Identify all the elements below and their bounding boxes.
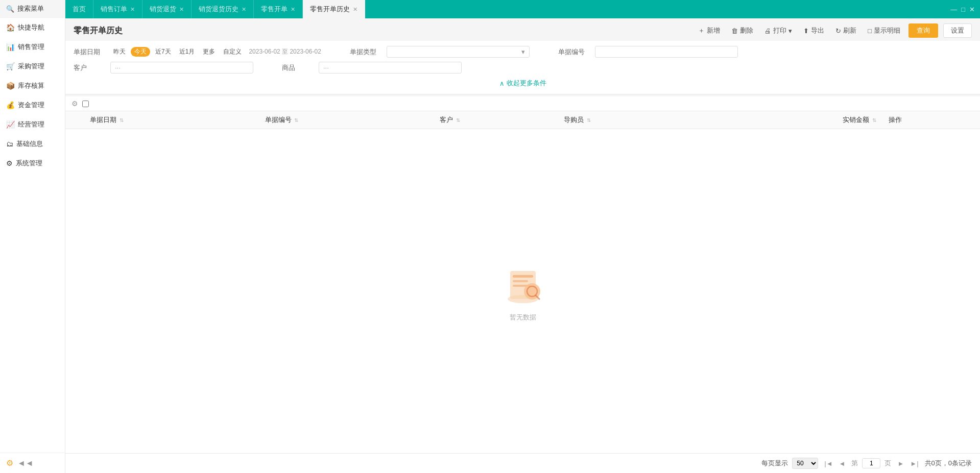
close-button[interactable]: ✕ [969, 6, 975, 13]
next-page-btn[interactable]: ► [895, 459, 906, 468]
tab-sales-return-label: 销货退货 [150, 5, 176, 14]
date-btn-1month[interactable]: 近1月 [176, 46, 198, 57]
display-detail-button[interactable]: □ 显示明细 [865, 24, 903, 37]
collapse-filter-btn[interactable]: ∧ 收起更多条件 [74, 78, 972, 89]
main-area: 首页 销售订单 ✕ 销货退货 ✕ 销货退货历史 ✕ 零售开单 ✕ 零售开单历史 … [65, 0, 980, 473]
sort-icon: ⇅ [456, 117, 460, 123]
col-order-no-label: 单据编号 [265, 116, 292, 123]
export-label: 导出 [811, 26, 824, 35]
collapse-label: 收起更多条件 [507, 79, 546, 88]
maximize-button[interactable]: □ [961, 6, 965, 13]
col-action: 操作 [882, 111, 980, 129]
filter-row-2: 客户 ··· 商品 ··· [74, 62, 972, 73]
sidebar-item-label: 库存核算 [18, 81, 44, 90]
tab-close-icon[interactable]: ✕ [242, 6, 246, 13]
toolbar: ＋ 新增 🗑 删除 🖨 打印 ▾ ⬆ 导出 ↻ 刷新 [695, 23, 972, 38]
date-btn-custom[interactable]: 自定义 [220, 46, 245, 57]
sidebar-item-sys-mgmt[interactable]: ⚙ 系统管理 [0, 154, 65, 173]
print-button[interactable]: 🖨 打印 ▾ [761, 24, 795, 37]
sidebar-item-label: 资金管理 [18, 101, 44, 110]
collapse-sidebar-icon[interactable]: ◄◄ [17, 459, 34, 468]
tab-home[interactable]: 首页 [65, 0, 93, 18]
page-header: 零售开单历史 ＋ 新增 🗑 删除 🖨 打印 ▾ ⬆ 导出 [65, 18, 980, 41]
sidebar-item-purchase-mgmt[interactable]: 🛒 采购管理 [0, 57, 65, 76]
per-page-select[interactable]: 50 20 100 [792, 458, 818, 469]
sidebar-bottom: ⚙ ◄◄ [0, 453, 65, 473]
tab-close-icon[interactable]: ✕ [130, 6, 135, 13]
data-table: 单据日期 ⇅ 单据编号 ⇅ 客户 ⇅ 导购员 ⇅ [65, 111, 980, 129]
col-guide-label: 导购员 [564, 116, 584, 123]
settings-gear-icon[interactable]: ⚙ [6, 458, 13, 468]
col-order-no[interactable]: 单据编号 ⇅ [259, 111, 434, 129]
goods-placeholder: ··· [323, 64, 329, 71]
setting-button[interactable]: 设置 [943, 23, 972, 38]
add-icon: ＋ [698, 26, 705, 35]
page-nav: |◄ ◄ 第 1 页 ► ►| [822, 458, 920, 469]
order-no-input[interactable] [595, 46, 738, 58]
sidebar-item-operations[interactable]: 📈 经营管理 [0, 115, 65, 134]
tab-home-label: 首页 [73, 5, 86, 14]
tab-sales-return[interactable]: 销货退货 ✕ [142, 0, 192, 18]
sidebar-search-label: 搜索菜单 [17, 4, 44, 13]
customer-filter-label: 客户 [74, 63, 102, 72]
sidebar: 🔍 搜索菜单 🏠 快捷导航 📊 销售管理 🛒 采购管理 📦 库存核算 💰 资金管… [0, 0, 65, 473]
select-all-checkbox[interactable] [82, 101, 89, 107]
tab-close-icon[interactable]: ✕ [353, 6, 357, 13]
add-button[interactable]: ＋ 新增 [695, 24, 723, 37]
last-page-btn[interactable]: ►| [908, 459, 920, 468]
sidebar-item-finance[interactable]: 💰 资金管理 [0, 95, 65, 115]
first-page-btn[interactable]: |◄ [822, 459, 834, 468]
sidebar-item-label: 基础信息 [16, 139, 43, 148]
page-number-input[interactable]: 1 [862, 458, 880, 468]
empty-state: 暂无数据 [65, 129, 980, 453]
col-guide[interactable]: 导购员 ⇅ [558, 111, 707, 129]
sidebar-item-sales-mgmt[interactable]: 📊 销售管理 [0, 37, 65, 57]
tab-sales-order[interactable]: 销售订单 ✕ [93, 0, 142, 18]
tab-bar: 首页 销售订单 ✕ 销货退货 ✕ 销货退货历史 ✕ 零售开单 ✕ 零售开单历史 … [65, 0, 980, 18]
tab-retail-open[interactable]: 零售开单 ✕ [254, 0, 303, 18]
sidebar-item-inventory[interactable]: 📦 库存核算 [0, 76, 65, 95]
page-title: 零售开单历史 [74, 26, 123, 36]
prev-page-btn[interactable]: ◄ [837, 459, 848, 468]
tab-retail-history[interactable]: 零售开单历史 ✕ [303, 0, 365, 18]
display-label: 显示明细 [874, 26, 900, 35]
tab-retail-history-label: 零售开单历史 [310, 5, 350, 14]
tab-close-icon[interactable]: ✕ [179, 6, 184, 13]
empty-text: 暂无数据 [510, 313, 536, 322]
query-button[interactable]: 查询 [909, 23, 938, 38]
type-filter-select[interactable]: ▾ [387, 46, 530, 58]
date-filter-label: 单据日期 [74, 47, 102, 57]
tab-close-icon[interactable]: ✕ [291, 6, 295, 13]
goods-filter-input[interactable]: ··· [319, 62, 462, 73]
sidebar-search[interactable]: 🔍 搜索菜单 [0, 0, 65, 18]
delete-button[interactable]: 🗑 删除 [728, 24, 756, 37]
sort-icon: ⇅ [872, 117, 876, 123]
sort-icon: ⇅ [587, 117, 591, 123]
sidebar-item-quick-nav[interactable]: 🏠 快捷导航 [0, 18, 65, 37]
table-settings-icon[interactable]: ⚙ [71, 99, 78, 108]
col-amount-label: 实销金额 [843, 116, 869, 123]
date-range-text: 2023-06-02 至 2023-06-02 [249, 47, 321, 56]
tab-sales-return-history[interactable]: 销货退货历史 ✕ [192, 0, 254, 18]
refresh-button[interactable]: ↻ 刷新 [832, 24, 859, 37]
col-customer[interactable]: 客户 ⇅ [434, 111, 558, 129]
sidebar-item-basic-info[interactable]: 🗂 基础信息 [0, 134, 65, 154]
sort-icon: ⇅ [294, 117, 298, 123]
col-date[interactable]: 单据日期 ⇅ [84, 111, 259, 129]
delete-icon: 🗑 [731, 27, 738, 35]
export-icon: ⬆ [803, 27, 809, 35]
chart-icon: 📊 [6, 43, 15, 51]
date-btn-yesterday[interactable]: 昨天 [110, 46, 129, 57]
col-amount[interactable]: 实销金额 ⇅ [707, 111, 882, 129]
table-toolbar: ⚙ [65, 96, 980, 111]
total-text: 共0页，0条记录 [925, 459, 972, 468]
minimize-button[interactable]: — [950, 6, 957, 13]
date-btn-7days[interactable]: 近7天 [152, 46, 174, 57]
customer-filter-input[interactable]: ··· [110, 62, 253, 73]
date-btn-more[interactable]: 更多 [200, 46, 218, 57]
export-button[interactable]: ⬆ 导出 [800, 24, 827, 37]
home-icon: 🏠 [6, 23, 15, 32]
box-icon: 📦 [6, 82, 15, 90]
date-btn-today[interactable]: 今天 [131, 47, 150, 57]
filter-row-1: 单据日期 昨天 今天 近7天 近1月 更多 自定义 2023-06-02 至 2… [74, 46, 972, 58]
